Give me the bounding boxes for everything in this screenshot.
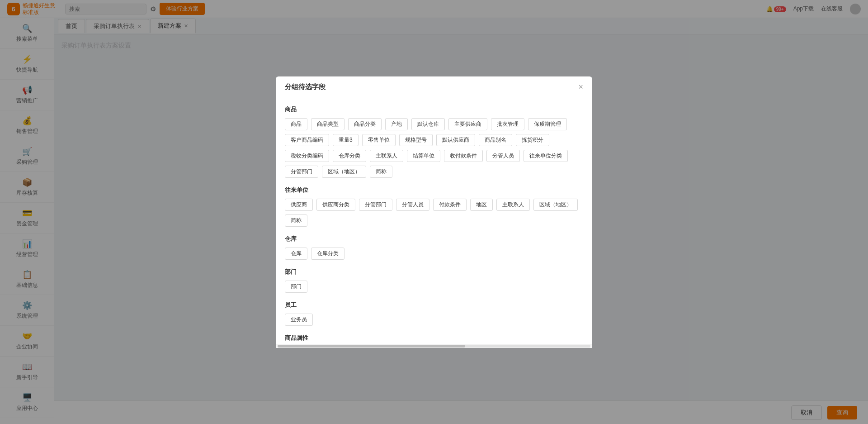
modal-overlay: 分组待选字段 × 商品 商品 商品类型 商品分类 产地 默认仓库 主要供应商 批… (0, 0, 868, 62)
